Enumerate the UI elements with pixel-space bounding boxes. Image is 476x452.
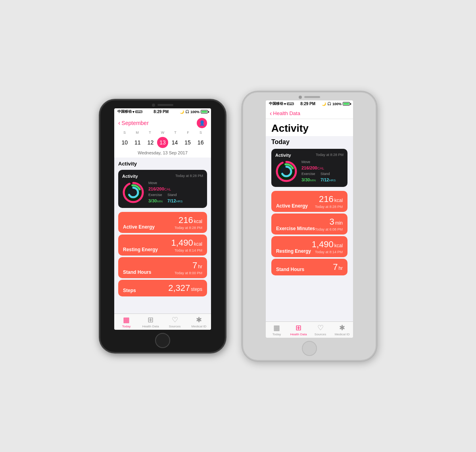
right-active-right: 216kcal Today at 8:28 PM <box>315 194 343 209</box>
stand-metric: Stand 7/12HRS <box>167 193 182 204</box>
data-row-resting-energy[interactable]: Resting Energy 1,490kcal Today at 8:14 P… <box>118 235 207 256</box>
right-tab-bar: ▦ Today ⊞ Health Data ♡ Sources ✱ Medica… <box>266 321 353 338</box>
phone-top-bar-right <box>299 92 320 100</box>
right-move-value: 216/200 <box>301 165 317 170</box>
move-value: 216/200 <box>148 187 164 191</box>
left-activity-card[interactable]: Activity Today at 8:28 PM <box>118 170 207 208</box>
right-health-data-tab-label: Health Data <box>290 333 307 336</box>
calendar-month[interactable]: ‹ September <box>118 119 149 127</box>
data-unit-active: kcal <box>194 219 202 224</box>
cal-date-13[interactable]: 13 <box>157 137 168 148</box>
right-resting-unit: kcal <box>334 243 343 248</box>
right-data-row-resting[interactable]: Resting Energy 1,490kcal Today at 8:14 P… <box>271 236 347 257</box>
cal-date-14[interactable]: 14 <box>169 137 181 148</box>
move-label: Move <box>148 181 203 185</box>
data-row-right: 1,490kcal Today at 8:14 PM <box>171 238 202 252</box>
right-phone: 中国移动 ▾ VPN 8:29 PM 🌙 🎧 100% ‹ <box>242 91 377 361</box>
day-w: W <box>156 131 169 135</box>
vpn-badge: VPN <box>135 110 142 113</box>
day-s1: S <box>118 131 131 135</box>
calendar-days-header: S M T W T F S <box>114 130 211 135</box>
speaker-left <box>157 104 173 106</box>
right-move-label: Move <box>301 160 344 164</box>
right-tab-today[interactable]: ▦ Today <box>266 323 288 336</box>
user-avatar[interactable]: 👤 <box>197 118 207 128</box>
data-row-label: Active Energy <box>123 224 155 230</box>
back-button[interactable]: ‹ Health Data <box>270 110 349 117</box>
status-time: 8:29 PM <box>154 110 169 114</box>
tab-health-data[interactable]: ⊞ Health Data <box>138 315 163 328</box>
cal-date-11[interactable]: 11 <box>131 137 144 148</box>
cal-date-10[interactable]: 10 <box>118 137 131 148</box>
activity-rings <box>122 181 144 204</box>
right-activity-card[interactable]: Activity Today at 8:28 PM <box>271 149 347 187</box>
right-data-row-active-energy[interactable]: Active Energy 216kcal Today at 8:28 PM <box>271 191 347 212</box>
exercise-label: Exercise <box>148 193 163 197</box>
right-tab-health-data[interactable]: ⊞ Health Data <box>288 323 309 336</box>
tab-today[interactable]: ▦ Today <box>114 315 138 328</box>
right-data-row-exercise[interactable]: Exercise Minutes 3min Today at 6:08 PM <box>271 213 347 235</box>
data-unit-stand: hr <box>198 264 202 269</box>
tab-sources[interactable]: ♡ Sources <box>163 315 187 328</box>
right-medical-id-tab-label: Medical ID <box>335 333 350 336</box>
right-battery-bar <box>343 102 350 106</box>
right-activity-title: Activity <box>275 153 291 158</box>
right-exercise-unit2: min <box>335 220 343 226</box>
left-tab-bar: ▦ Today ⊞ Health Data ♡ Sources ✱ Medica… <box>114 314 211 330</box>
right-activity-card-body: Move 216/200CAL Exercise 3/30MIN Stand <box>275 160 344 183</box>
data-row-stand-hours[interactable]: Stand Hours 7hr Today at 8:00 PM <box>118 257 207 278</box>
right-activity-card-header: Activity Today at 8:28 PM <box>275 153 344 158</box>
right-move-row: Move 216/200CAL <box>301 160 344 171</box>
stand-unit: HRS <box>176 200 183 203</box>
right-active-label: Active Energy <box>276 203 308 209</box>
data-row-label: Steps <box>123 288 136 293</box>
cal-date-15[interactable]: 15 <box>181 137 194 148</box>
phone-bottom-left <box>155 330 170 352</box>
data-row-right: 7hr Today at 8:00 PM <box>175 260 202 275</box>
data-row-right: 2,327steps <box>168 283 202 293</box>
back-chevron: ‹ <box>118 119 120 127</box>
health-data-tab-icon: ⊞ <box>148 315 154 324</box>
activity-data: Move 216/200CAL Exercise 3/30MIN Stand <box>148 181 203 204</box>
data-time-active: Today at 8:28 PM <box>175 226 202 230</box>
cal-date-16[interactable]: 16 <box>194 137 207 148</box>
headphone-icon: 🎧 <box>185 110 189 113</box>
cal-date-12[interactable]: 12 <box>144 137 157 148</box>
month-label: September <box>121 120 148 126</box>
data-row-steps[interactable]: Steps 2,327steps <box>118 280 207 296</box>
left-phone: 中国移动 ▾ VPN 8:29 PM 🌙 🎧 100% ‹ <box>99 99 226 353</box>
data-row-active-energy[interactable]: Active Energy 216kcal Today at 8:28 PM <box>118 212 207 233</box>
right-data-row-stand[interactable]: Stand Hours 7hr <box>271 259 347 275</box>
speaker-right <box>304 96 320 98</box>
right-stand-unit: HRS <box>329 179 336 182</box>
exercise-value: 3/30 <box>148 198 157 203</box>
right-stand-metric: Stand 7/12HRS <box>321 172 336 183</box>
home-button-right[interactable] <box>302 341 317 356</box>
right-exercise-time: Today at 6:08 PM <box>315 227 343 231</box>
right-status-time: 8:29 PM <box>300 102 315 106</box>
right-headphone-icon: 🎧 <box>327 102 331 106</box>
right-exercise-unit: MIN <box>310 179 316 182</box>
today-tab-icon: ▦ <box>123 315 130 324</box>
wifi-icon: ▾ <box>132 110 134 114</box>
right-exercise-val: 3 <box>329 217 334 227</box>
data-value-active: 216 <box>178 215 193 225</box>
right-wifi-icon: ▾ <box>284 102 286 106</box>
data-row-right: 216kcal Today at 8:28 PM <box>175 215 202 230</box>
right-status-left: 中国移动 ▾ VPN <box>269 101 294 106</box>
carrier: 中国移动 <box>117 109 132 114</box>
right-exercise-right: 3min Today at 6:08 PM <box>315 217 343 231</box>
data-unit-steps: steps <box>191 287 202 292</box>
status-right: 🌙 🎧 100% <box>180 110 208 114</box>
avatar-icon: 👤 <box>199 120 205 126</box>
moon-icon: 🌙 <box>180 110 184 114</box>
right-tab-medical-id[interactable]: ✱ Medical ID <box>331 323 353 336</box>
battery-fill <box>202 111 207 113</box>
right-tab-sources[interactable]: ♡ Sources <box>309 323 331 336</box>
day-m: M <box>131 131 144 135</box>
right-move-unit: CAL <box>317 166 324 170</box>
left-screen-content: 中国移动 ▾ VPN 8:29 PM 🌙 🎧 100% ‹ <box>114 108 211 330</box>
health-data-tab-label: Health Data <box>142 325 159 328</box>
tab-medical-id[interactable]: ✱ Medical ID <box>187 315 211 328</box>
home-button-left[interactable] <box>155 333 170 348</box>
